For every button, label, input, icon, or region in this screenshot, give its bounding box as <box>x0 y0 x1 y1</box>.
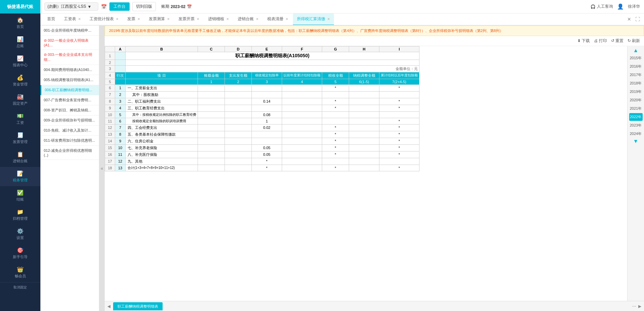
left-item-002[interactable]: ⊘ 002-一般企业收入明细表(A1... <box>40 36 99 50</box>
workspace-button[interactable]: 工作台 <box>109 2 130 11</box>
sidebar-item-invoice[interactable]: 🧾 发票管理 <box>0 129 40 148</box>
tab-income-tax[interactable]: 所得税汇算清缴 ✕ <box>293 13 334 25</box>
archive-icon: 📁 <box>17 209 24 215</box>
tab-tax-table[interactable]: 税表清册 ✕ <box>263 13 292 25</box>
tab-invoice[interactable]: 发票 ✕ <box>123 13 144 25</box>
close-salary-report-tab[interactable]: ✕ <box>116 17 118 21</box>
sheet-tab-main[interactable]: 职工薪酬纳税调整明细表 <box>113 302 163 310</box>
sidebar-item-guide[interactable]: 🎯 新手引导 <box>0 244 40 263</box>
maximize-icon[interactable]: ⛶ <box>634 15 641 23</box>
year-2018[interactable]: 2018年 <box>629 79 643 87</box>
sidebar-item-tax[interactable]: 📝 税务管理 <box>0 167 40 186</box>
ledger-icon: 📊 <box>17 36 24 42</box>
panel-collapse-btn[interactable]: « <box>99 26 105 311</box>
sidebar-item-member[interactable]: 👑 畅会员 <box>0 263 40 282</box>
salary-icon: 💵 <box>17 113 24 119</box>
close-invoice-tab[interactable]: ✕ <box>137 17 140 21</box>
invoice-icon: 🧾 <box>17 132 24 138</box>
table-row[interactable]: 16 11 八、补充医疗保险 0.05 * * <box>105 151 419 158</box>
sheet-tab-menu[interactable]: ⋯ <box>632 304 636 309</box>
sidebar-item-archive[interactable]: 📁 归档管理 <box>0 205 40 224</box>
period-selector[interactable]: 账期 2023-02 📅 <box>161 4 192 9</box>
close-invoice-open-tab[interactable]: ✕ <box>197 17 199 21</box>
close-purchase-verify-tab[interactable]: ✕ <box>226 17 229 21</box>
close-salary-tab[interactable]: ✕ <box>78 17 81 21</box>
close-purchase-ledger-tab[interactable]: ✕ <box>256 17 259 21</box>
left-item-011[interactable]: 011-研发费用加计扣除优惠明... <box>40 136 99 146</box>
tab-purchase-ledger[interactable]: 进销台账 ✕ <box>234 13 263 25</box>
table-row[interactable]: 12 7 四、工会经费支出 0.02 * * <box>105 124 419 131</box>
table-row[interactable]: 18 13 合计(1+3+4+7+8+9+10+11+12) * * * <box>105 165 419 171</box>
left-item-001[interactable]: 001-企业所得税年度纳税申... <box>40 26 99 36</box>
cancel-fixed-btn[interactable]: 取消固定 <box>0 282 40 292</box>
service-btn[interactable]: 🎧 人工客询 <box>590 4 613 9</box>
year-2016[interactable]: 2016年 <box>629 63 643 70</box>
close-invoice-calc-tab[interactable]: ✕ <box>167 17 170 21</box>
finance-icon: 💰 <box>17 74 24 81</box>
year-2015[interactable]: 2015年 <box>629 54 643 62</box>
sidebar-item-settings[interactable]: ⚙️ 设置 <box>0 224 40 244</box>
left-item-012[interactable]: 012-减免企业所得税优惠明细(..) <box>40 146 99 160</box>
table-row[interactable]: 9 4 三、职工教育经费支出 * * <box>105 105 419 111</box>
sidebar-item-salary[interactable]: 💵 工资 <box>0 109 40 129</box>
year-2020[interactable]: 2020年 <box>629 96 643 104</box>
sidebar-item-finance[interactable]: 💰 资金管理 <box>0 71 40 90</box>
table-row[interactable]: 6 1 一、工资薪金支出 * * <box>105 84 419 91</box>
close-income-tax-tab[interactable]: ✕ <box>327 17 330 21</box>
sheet-tab-scroll-left[interactable]: ◀ <box>107 304 110 309</box>
close-all-tabs-icon[interactable]: ✕ <box>626 15 633 23</box>
left-item-005[interactable]: 005-纳税调整项目明细表(A1... <box>40 75 99 85</box>
left-item-006[interactable]: 006-职工薪酬纳税调整明细... <box>40 85 99 95</box>
warning-bar: 2019年度涉及取以前年度结转数据的申报表单元格需要手工修改正确，才能保证本年及… <box>105 26 644 36</box>
year-2017[interactable]: 2017年 <box>629 71 643 79</box>
refresh-btn[interactable]: ↻ 刷新 <box>628 38 640 44</box>
left-item-009[interactable]: 009-企业所得税弥补亏损明细... <box>40 115 99 126</box>
sidebar-item-close[interactable]: ✅ 结账 <box>0 186 40 205</box>
left-item-004[interactable]: 004-期间费用明细表(A1040... <box>40 65 99 75</box>
year-2019[interactable]: 2019年 <box>629 88 643 96</box>
tab-invoice-calc[interactable]: 发票测算 ✕ <box>145 13 174 25</box>
table-row[interactable]: 11 6 按税收规定全额扣除的职训培训费用 1 * <box>105 118 419 124</box>
left-item-010[interactable]: 010-免税、减计收入及加计... <box>40 126 99 136</box>
sidebar-item-home[interactable]: 🏠 首页 <box>0 13 40 33</box>
reset-btn[interactable]: ↺ 重置 <box>611 38 623 44</box>
year-nav-down[interactable]: ▼ <box>628 138 644 144</box>
left-item-003[interactable]: ⊘ 003-一般企业业成本支出明细... <box>40 50 99 65</box>
table-row[interactable]: 7 2 其中：股权激励 <box>105 91 419 98</box>
main-table: A B C D E F G H I <box>105 46 419 171</box>
table-row[interactable]: 10 5 其中：按税收规定比例扣除的职工教育经费 0.08 <box>105 111 419 118</box>
tab-invoice-open[interactable]: 发票开票 ✕ <box>174 13 203 25</box>
sheet-tab-scroll-right[interactable]: ▶ <box>638 304 641 309</box>
sidebar-item-stock[interactable]: 📋 进销台账 <box>0 148 40 167</box>
col-header-rownum <box>105 46 115 52</box>
tab-salary-report[interactable]: 工资统计报表 ✕ <box>86 13 123 25</box>
table-container[interactable]: A B C D E F G H I <box>105 46 627 301</box>
table-row[interactable]: 17 12 九、其他 * <box>105 158 419 165</box>
close-tax-table-tab[interactable]: ✕ <box>285 17 288 21</box>
tab-home[interactable]: 首页 <box>43 13 59 25</box>
col-header-c: C <box>198 46 225 52</box>
tab-purchase-verify[interactable]: 进销稽核 ✕ <box>204 13 233 25</box>
table-row[interactable]: 13 8 五、各类基本社会保障性缴款 * * <box>105 131 419 138</box>
tab-salary[interactable]: 工资表 ✕ <box>60 13 85 25</box>
sidebar-item-reports[interactable]: 📈 报表中心 <box>0 52 40 71</box>
year-nav: ▲ 2015年 2016年 2017年 2018年 2019年 2020年 20… <box>627 46 644 301</box>
company-selector[interactable]: (勿删）江西股宝-LSS ▼ <box>44 2 98 11</box>
sidebar-item-assets[interactable]: 🏭 固定资产 <box>0 90 40 109</box>
year-2022[interactable]: 2022年 <box>629 113 643 121</box>
subheader-4: 4 <box>282 79 322 84</box>
year-2024[interactable]: 2024年 <box>629 130 643 138</box>
table-row[interactable]: 8 3 二、职工福利费支出 0.14 * * <box>105 98 419 105</box>
year-nav-up[interactable]: ▲ <box>628 47 644 54</box>
year-2023[interactable]: 2023年 <box>629 122 643 129</box>
table-row[interactable]: 15 10 七、补充养老保险 0.05 * * <box>105 144 419 151</box>
year-2021[interactable]: 2021年 <box>629 105 643 112</box>
print-btn[interactable]: 🖨 打印 <box>594 38 607 44</box>
left-item-007[interactable]: 007-广告费和业务宣传费明... <box>40 95 99 105</box>
table-row[interactable]: 14 9 六、住房公积金 * * <box>105 138 419 144</box>
back-to-old-button[interactable]: 切到旧版 <box>132 2 156 11</box>
sidebar-item-ledger[interactable]: 📊 总账 <box>0 33 40 52</box>
download-btn[interactable]: ⬇ 下载 <box>577 38 590 44</box>
left-item-008[interactable]: 008-资产折旧、摊销及纳税... <box>40 105 99 115</box>
tabbar: 首页 工资表 ✕ 工资统计报表 ✕ 发票 ✕ 发票测算 ✕ 发票开票 ✕ 进销稽… <box>40 13 644 26</box>
